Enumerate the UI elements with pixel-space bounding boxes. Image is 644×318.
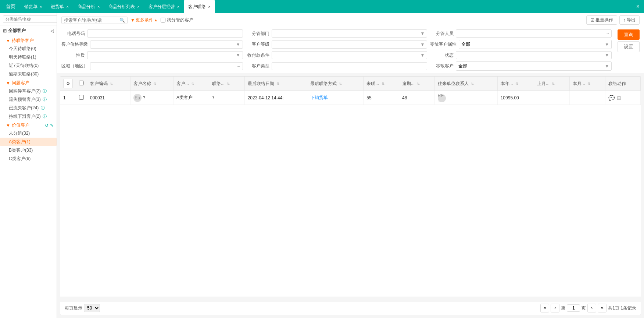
- customer-level-select[interactable]: ▼: [272, 40, 427, 49]
- nav-tab-product-list[interactable]: 商品分析列表 ×: [104, 0, 144, 13]
- close-product-analysis-tab[interactable]: ×: [97, 4, 100, 9]
- close-customer-contact-tab[interactable]: ×: [208, 4, 210, 9]
- filter-my-customers[interactable]: 我分管的客户: [161, 17, 193, 23]
- sort-icon-overdue: ⇅: [417, 82, 420, 86]
- sidebar-item-b-class[interactable]: B类客户(33): [0, 146, 57, 155]
- filter-search-input[interactable]: [64, 18, 119, 23]
- sidebar-item-c-class[interactable]: C类客户(6): [0, 155, 57, 163]
- setting-button[interactable]: 设置: [618, 41, 640, 52]
- export-button[interactable]: ↑ 导出: [619, 15, 640, 25]
- sidebar-group-problem[interactable]: ▼ 问题客户: [0, 78, 57, 87]
- customer-type-input[interactable]: [272, 62, 427, 70]
- sidebar-item-7days[interactable]: 近7天待联络(0): [0, 61, 57, 70]
- sort-icon-contact: ⇅: [227, 82, 230, 86]
- cell-type: A类客户: [173, 91, 209, 105]
- customer-type-label: 客户类型: [246, 63, 272, 69]
- sidebar-item-declining[interactable]: 持续下滑客户(2) ⓘ: [0, 112, 57, 121]
- page-size-select[interactable]: 50: [84, 304, 100, 312]
- payment-select[interactable]: ▼: [272, 51, 427, 59]
- sidebar-item-ungroup[interactable]: 未分组(32): [0, 129, 57, 138]
- sidebar-item-overdue[interactable]: 逾期未联络(30): [0, 70, 57, 78]
- gear-button[interactable]: ⚙: [63, 79, 73, 88]
- dept-select[interactable]: ▼: [272, 29, 427, 38]
- first-page-btn[interactable]: «: [540, 304, 549, 312]
- col-last-date[interactable]: 最后联络日期 ⇅: [244, 77, 307, 91]
- main-layout: 🔍 ⊞ 全部客户 ◁ ▼ 待联络客户 今天待联络(0) 明天待联络(1) 近7天…: [0, 13, 644, 318]
- retail-label: 零散客户: [430, 63, 456, 69]
- query-button[interactable]: 查询: [618, 29, 640, 40]
- dots-icon: ···: [605, 31, 609, 36]
- my-customers-checkbox[interactable]: [161, 18, 165, 22]
- sidebar-search-input[interactable]: [3, 15, 57, 23]
- col-contacts[interactable]: 往来单位联系人 ⇅: [434, 77, 497, 91]
- close-window-icon[interactable]: ×: [633, 3, 643, 10]
- qr-icon[interactable]: ⊞: [617, 95, 621, 101]
- filter-more-btn[interactable]: ▼ 更多条件 ▲: [130, 17, 158, 23]
- col-not-contact[interactable]: 未联... ⇅: [364, 77, 399, 91]
- content-area: 🔍 ▼ 更多条件 ▲ 我分管的客户 ☑ 批量操作 ↑ 导出: [57, 13, 644, 318]
- col-last-month[interactable]: 上月... ⇅: [534, 77, 570, 91]
- sidebar-item-churned[interactable]: 已流失客户(24) ⓘ: [0, 104, 57, 112]
- sidebar-item-a-class[interactable]: A类客户(1): [0, 138, 57, 146]
- filter-row-3: 性质 ▼ 收付款条件 ▼: [61, 51, 612, 59]
- phone-input[interactable]: [87, 29, 243, 38]
- nature-select[interactable]: ▼: [87, 51, 243, 59]
- prev-page-btn[interactable]: ‹: [551, 304, 559, 312]
- manager-input[interactable]: ···: [456, 29, 612, 38]
- cell-this-month: [569, 91, 605, 105]
- col-select-all[interactable]: [76, 77, 87, 91]
- filter-customer-level: 客户等级 ▼: [246, 40, 427, 49]
- col-contact[interactable]: 联络... ⇅: [209, 77, 244, 91]
- close-purchase-tab[interactable]: ×: [66, 4, 68, 9]
- caret-icon5: ▼: [236, 53, 240, 58]
- col-type[interactable]: 客户... ⇅: [173, 77, 209, 91]
- horizontal-scrollbar[interactable]: [60, 297, 641, 301]
- nav-tab-customer-contact[interactable]: 客户联络 ×: [184, 0, 215, 13]
- cell-code: 000031: [87, 91, 130, 105]
- filter-search-icon[interactable]: 🔍: [119, 18, 125, 23]
- last-method-link[interactable]: 下销货单: [310, 95, 328, 100]
- info-icon: ⓘ: [43, 89, 47, 93]
- comment-icon[interactable]: 💬: [608, 95, 615, 101]
- sidebar-item-repurchase-abnormal[interactable]: 回购异常客户(2) ⓘ: [0, 87, 57, 95]
- nav-tab-sales[interactable]: 销货单 ×: [20, 0, 46, 13]
- select-all-checkbox[interactable]: [79, 81, 84, 85]
- sidebar-all-customers[interactable]: ⊞ 全部客户 ◁: [0, 25, 57, 36]
- retail-select[interactable]: 全部 ▼: [456, 61, 612, 71]
- page-number-input[interactable]: [567, 304, 580, 312]
- retail-attr-select[interactable]: 全部 ▼: [459, 40, 612, 49]
- nav-tab-purchase[interactable]: 进货单 ×: [46, 0, 73, 13]
- price-level-select[interactable]: ▼: [90, 40, 243, 49]
- row-checkbox[interactable]: [79, 95, 84, 100]
- close-product-list-tab[interactable]: ×: [137, 4, 139, 9]
- filter-row-1: 电话号码 分管部门 ▼ 分管人员: [61, 29, 612, 38]
- last-page-btn[interactable]: »: [598, 304, 607, 312]
- col-this-month[interactable]: 本月... ⇅: [569, 77, 605, 91]
- col-this-year[interactable]: 本年... ⇅: [497, 77, 534, 91]
- sort-icon-code: ⇅: [110, 82, 113, 86]
- nav-home[interactable]: 首页: [1, 3, 20, 10]
- edit-icon[interactable]: ✎: [50, 123, 54, 128]
- refresh-icon[interactable]: ↺: [45, 123, 49, 128]
- nav-tab-customer-mgmt[interactable]: 客户分层经营 ×: [144, 0, 184, 13]
- cell-last-method[interactable]: 下销货单: [307, 91, 364, 105]
- nav-tab-product-analysis[interactable]: 商品分析 ×: [73, 0, 104, 13]
- col-code[interactable]: 客户编码 ⇅: [87, 77, 130, 91]
- next-page-btn[interactable]: ›: [587, 304, 596, 312]
- batch-op-button[interactable]: ☑ 批量操作: [586, 15, 617, 25]
- table-scroll[interactable]: ⚙ 客户编码 ⇅ 客户名称 ⇅: [60, 77, 641, 297]
- col-overdue[interactable]: 逾期... ⇅: [399, 77, 435, 91]
- status-select[interactable]: ▼: [456, 51, 612, 59]
- cell-checkbox[interactable]: [76, 91, 87, 105]
- col-last-method[interactable]: 最后联络方式 ⇅: [307, 77, 364, 91]
- sidebar-item-churn-warning[interactable]: 流失预警客户(3) ⓘ: [0, 95, 57, 104]
- sidebar-group-pending[interactable]: ▼ 待联络客户: [0, 36, 57, 45]
- page-size-area: 每页显示 50: [65, 304, 100, 312]
- close-customer-mgmt-tab[interactable]: ×: [177, 4, 179, 9]
- sidebar-group-value[interactable]: ▼ 价值客户 ↺ ✎: [0, 121, 57, 129]
- sidebar-item-today[interactable]: 今天待联络(0): [0, 45, 57, 53]
- close-sales-tab[interactable]: ×: [40, 4, 42, 9]
- sidebar-item-tomorrow[interactable]: 明天待联络(1): [0, 53, 57, 61]
- col-name[interactable]: 客户名称 ⇅: [130, 77, 173, 91]
- region-input[interactable]: ···: [90, 62, 243, 70]
